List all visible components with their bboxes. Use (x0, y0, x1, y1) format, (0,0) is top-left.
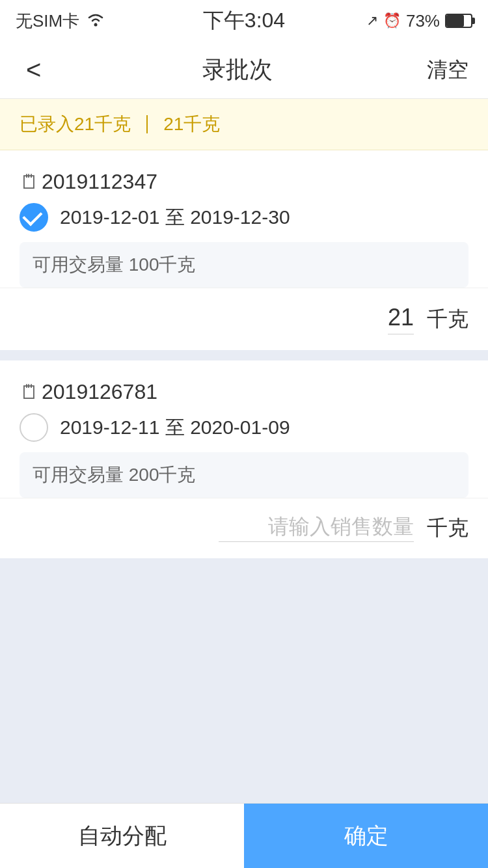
summary-banner: 已录入21千克 21千克 (0, 99, 488, 150)
radio-2[interactable] (20, 413, 48, 442)
batch-id-2: 2019126781 (42, 380, 157, 404)
radio-1[interactable] (20, 203, 48, 232)
doc-icon-1: 🗒 (20, 171, 39, 193)
batch-date-row-1[interactable]: 2019-12-01 至 2019-12-30 (20, 203, 468, 232)
bottom-bar: 自动分配 确定 (0, 803, 488, 868)
battery-text: 73% (406, 11, 440, 31)
page-title: 录批次 (202, 54, 273, 86)
batch-date-2: 2019-12-11 至 2020-01-09 (60, 414, 290, 441)
avail-box-2: 可用交易量 200千克 (20, 452, 468, 498)
batch-header-1: 🗒 2019112347 (20, 170, 468, 194)
clear-button[interactable]: 清空 (427, 56, 468, 85)
batch-card-2: 🗒 2019126781 2019-12-11 至 2020-01-09 可用交… (0, 360, 488, 498)
wifi-icon (86, 11, 105, 31)
doc-icon-2: 🗒 (20, 381, 39, 403)
auto-distribute-button[interactable]: 自动分配 (0, 804, 244, 868)
status-time: 下午3:04 (203, 7, 285, 35)
qty-row-1: 21 千克 (0, 288, 488, 350)
section-separator (0, 350, 488, 360)
qty-value-1: 21 (388, 304, 414, 334)
status-bar: 无SIM卡 下午3:04 ↗ ⏰ 73% (0, 0, 488, 42)
total-label: 21千克 (163, 112, 220, 137)
alarm-icon: ⏰ (383, 12, 401, 29)
svg-point-0 (94, 23, 98, 26)
confirm-button[interactable]: 确定 (244, 804, 488, 868)
input-unit-2: 千克 (427, 514, 468, 543)
input-row-2: 千克 (0, 498, 488, 558)
qty-unit-1: 千克 (427, 305, 468, 334)
back-button[interactable]: < (20, 49, 47, 91)
batch-card-1: 🗒 2019112347 2019-12-01 至 2019-12-30 可用交… (0, 150, 488, 288)
avail-box-1: 可用交易量 100千克 (20, 242, 468, 288)
recorded-label: 已录入21千克 (20, 112, 131, 137)
status-left: 无SIM卡 (16, 10, 105, 33)
batch-date-1: 2019-12-01 至 2019-12-30 (60, 204, 290, 231)
summary-divider (146, 115, 148, 133)
batch-id-1: 2019112347 (42, 170, 157, 194)
battery-icon (445, 14, 472, 28)
status-right: ↗ ⏰ 73% (366, 11, 472, 31)
nav-bar: < 录批次 清空 (0, 42, 488, 99)
qty-input-2[interactable] (219, 515, 414, 542)
carrier-text: 无SIM卡 (16, 10, 79, 33)
batch-date-row-2[interactable]: 2019-12-11 至 2020-01-09 (20, 413, 468, 442)
batch-header-2: 🗒 2019126781 (20, 380, 468, 404)
location-icon: ↗ (366, 12, 378, 29)
empty-area (0, 558, 488, 819)
